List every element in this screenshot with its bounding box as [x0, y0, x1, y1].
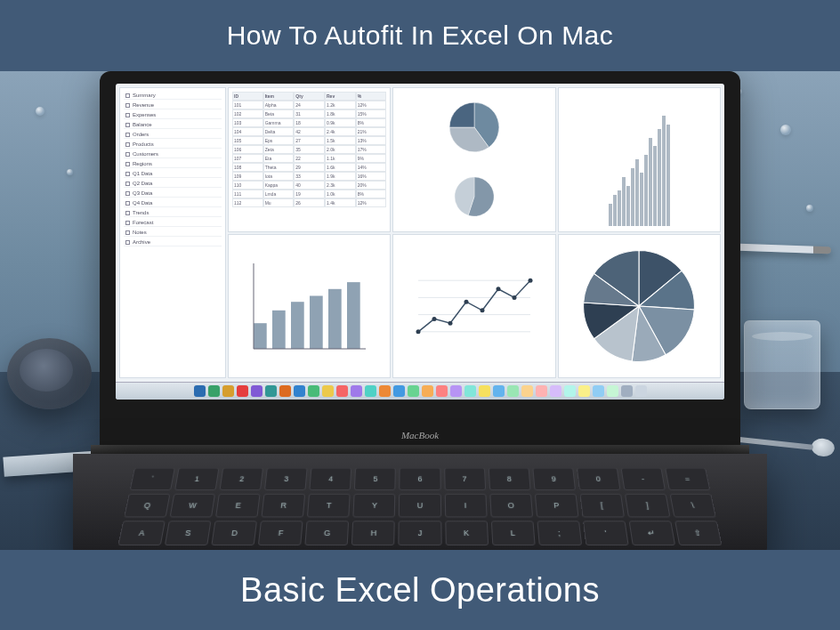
dock-app-icon — [564, 385, 576, 397]
dock-app-icon — [237, 385, 248, 397]
mini-bar — [658, 129, 661, 226]
sidebar-item: Summary — [124, 92, 222, 100]
svg-rect-5 — [347, 282, 360, 349]
dock-app-icon — [493, 385, 505, 397]
table-cell: 21% — [356, 127, 387, 136]
water-droplet — [36, 107, 44, 116]
keyboard-key: Q — [124, 494, 170, 518]
keyboard-key: G — [305, 521, 350, 545]
table-cell: 2.3k — [325, 181, 356, 190]
keyboard-key: K — [445, 521, 489, 545]
dock-app-icon — [408, 385, 419, 397]
keyboard-key: 5 — [354, 468, 396, 491]
table-cell: 16% — [356, 172, 387, 181]
keyboard-key: 4 — [310, 468, 352, 491]
dock-app-icon — [322, 385, 334, 397]
svg-point-15 — [496, 287, 500, 291]
table-cell: Iota — [263, 172, 295, 181]
keyboard-key: J — [399, 521, 441, 545]
excel-dashboard: SummaryRevenueExpensesBalanceOrdersProdu… — [116, 84, 724, 382]
keyboard-key: 8 — [488, 468, 530, 491]
keyboard-key: ` — [130, 468, 175, 491]
svg-point-17 — [528, 278, 532, 282]
dock-app-icon — [422, 385, 433, 397]
keyboard-key: ] — [625, 494, 671, 518]
table-cell: 40 — [294, 181, 325, 190]
table-cell: 1.8k — [325, 109, 356, 118]
bar-chart — [228, 234, 391, 379]
table-cell: 1.4k — [325, 198, 356, 207]
table-cell: 35 — [294, 145, 325, 154]
line-chart-svg — [408, 253, 541, 359]
table-cell: 17% — [356, 145, 387, 154]
keyboard-key: O — [489, 494, 533, 518]
keyboard-key: D — [211, 521, 257, 545]
mini-bar — [609, 204, 612, 226]
dock-app-icon — [621, 385, 633, 397]
table-cell: Eps — [263, 136, 295, 145]
svg-rect-3 — [310, 295, 323, 349]
dock-app-icon — [351, 385, 362, 397]
table-cell: 1.1k — [325, 154, 356, 163]
table-cell: 24 — [294, 101, 325, 109]
keyboard-key: U — [399, 494, 440, 518]
table-cell: 2.0k — [325, 145, 356, 154]
mini-bar — [653, 146, 657, 225]
keyboard-key: Y — [353, 494, 396, 518]
table-cell: 1.6k — [325, 163, 356, 172]
dock-app-icon — [365, 385, 376, 397]
table-cell: Eta — [263, 154, 295, 163]
table-cell: 13% — [356, 136, 387, 145]
svg-point-11 — [432, 317, 436, 321]
table-header: % — [356, 92, 387, 101]
dock-app-icon — [279, 385, 291, 397]
table-cell: Zeta — [263, 145, 295, 154]
mini-bar — [635, 159, 639, 225]
sidebar-item: Trends — [124, 209, 222, 217]
table-cell: 102 — [232, 109, 263, 118]
table-cell: 1.9k — [325, 172, 356, 181]
keyboard-key: = — [665, 468, 710, 491]
dock-app-icon — [479, 385, 490, 397]
sidebar-item: Customers — [124, 150, 222, 158]
keyboard-key: 2 — [220, 468, 264, 491]
table-cell: 110 — [232, 181, 263, 190]
sidebar-item: Forecast — [124, 219, 222, 227]
dock-app-icon — [507, 385, 519, 397]
keyboard-key: 1 — [174, 468, 219, 491]
keyboard-key: T — [307, 494, 351, 518]
table-cell: 108 — [232, 163, 263, 172]
svg-point-16 — [512, 295, 516, 300]
dock-app-icon — [607, 385, 618, 397]
mini-bar — [631, 168, 634, 225]
keyboard-key: P — [535, 494, 579, 518]
footer-banner: Basic Excel Operations — [0, 550, 840, 630]
svg-rect-4 — [328, 289, 342, 349]
dock-app-icon — [593, 385, 604, 397]
keyboard-key: F — [258, 521, 303, 545]
keyboard-key: H — [351, 521, 395, 545]
sidebar-item: Revenue — [124, 101, 222, 109]
dock-app-icon — [536, 385, 547, 397]
water-droplet — [67, 169, 73, 175]
table-cell: Lmda — [263, 190, 295, 198]
table-cell: 8% — [356, 118, 387, 127]
header-title: How To Autofit In Excel On Mac — [227, 20, 614, 51]
sidebar-item: Regions — [124, 160, 222, 168]
table-cell: 105 — [232, 136, 263, 145]
pie-charts-small — [392, 87, 555, 232]
dock-app-icon — [464, 385, 476, 397]
table-cell: 1.2k — [325, 101, 356, 109]
keyboard-key: 3 — [264, 468, 308, 491]
table-cell: 29 — [294, 163, 325, 172]
table-cell: 101 — [232, 101, 263, 109]
water-droplet — [780, 125, 791, 135]
table-cell: 15% — [356, 109, 387, 118]
mini-bar — [613, 195, 617, 226]
keyboard-key: \ — [669, 494, 715, 518]
dock-app-icon — [251, 385, 262, 397]
keyboard-key: A — [117, 521, 166, 545]
sidebar-item: Notes — [124, 229, 222, 237]
table-cell: 14% — [356, 163, 387, 172]
bar-chart-svg — [243, 253, 376, 359]
